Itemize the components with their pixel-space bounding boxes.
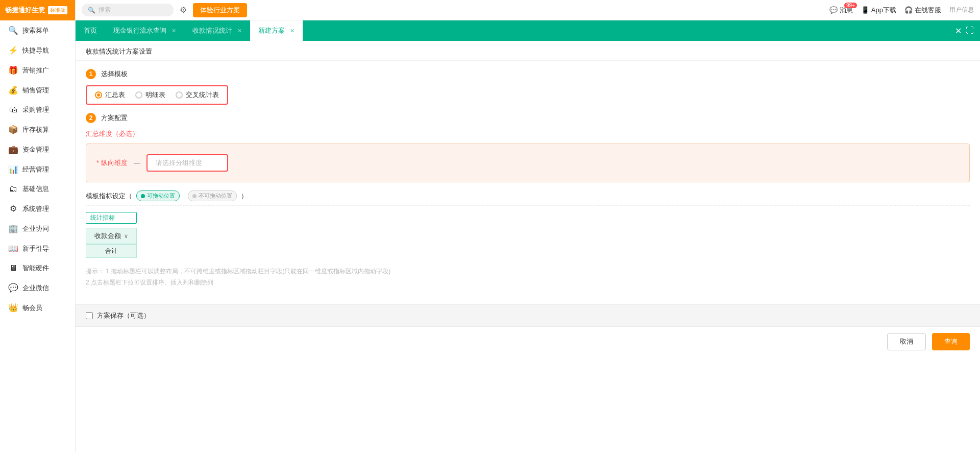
window-maximize-icon[interactable]: ⛶: [966, 26, 974, 35]
app-download[interactable]: 📱 App下载: [861, 6, 896, 15]
search-bar[interactable]: 🔍 搜索: [82, 4, 174, 16]
step2-title: 方案配置: [101, 113, 128, 123]
sidebar-item-operation[interactable]: 📊 经营管理: [0, 159, 75, 179]
separator: [86, 205, 970, 206]
sidebar-item-inventory[interactable]: 📦 库存核算: [0, 120, 75, 139]
sidebar-item-corp[interactable]: 🏢 企业协同: [0, 219, 75, 239]
sidebar-item-label: 销售管理: [22, 86, 49, 95]
notification-count: 99+: [844, 3, 857, 8]
indicator-title-suffix: ）: [241, 192, 248, 201]
draggable-label: 可拖动位置: [147, 192, 175, 200]
sidebar-item-label: 畅会员: [22, 303, 42, 313]
sidebar-item-hardware[interactable]: 🖥 智能硬件: [0, 258, 75, 278]
online-support[interactable]: 🎧 在线客服: [904, 6, 941, 15]
support-icon: 🎧: [904, 6, 913, 14]
step2-header: 2 方案配置: [86, 113, 970, 123]
basics-icon: 🗂: [8, 184, 18, 194]
sidebar-item-system[interactable]: ⚙ 系统管理: [0, 199, 75, 219]
window-close-icon[interactable]: ✕: [955, 26, 962, 36]
radio-detail[interactable]: 明细表: [135, 90, 165, 100]
tab-bank-flow[interactable]: 现金银行流水查询 ✕: [105, 20, 184, 41]
trial-button[interactable]: 体验行业方案: [193, 3, 247, 17]
step2-number: 2: [86, 113, 96, 123]
hint-line1: 提示： 1.拖动标题栏可以调整布局，不可跨维度或指标区域拖动栏目字段(只能在同一…: [86, 266, 970, 277]
notification-bell[interactable]: 💬 消息 99+: [829, 6, 853, 15]
close-icon[interactable]: ✕: [290, 28, 295, 34]
nav-icon: ⚡: [8, 45, 18, 55]
tab-bank-flow-label: 现金银行流水查询: [113, 26, 166, 35]
inventory-icon: 📦: [8, 125, 18, 134]
draggable-dot: [141, 194, 145, 198]
save-checkbox[interactable]: [86, 312, 93, 319]
operation-icon: 📊: [8, 164, 18, 174]
save-section: 方案保存（可选）: [76, 304, 980, 326]
summary-label: 汇总表: [105, 90, 125, 100]
sidebar-item-member[interactable]: 👑 畅会员: [0, 298, 75, 318]
dimension-row: * 纵向维度 — 请选择分组维度: [96, 154, 959, 172]
footer-actions: 取消 查询: [76, 326, 980, 356]
user-info[interactable]: 用户信息: [949, 6, 974, 14]
non-draggable-label: 不可拖动位置: [199, 192, 232, 200]
draggable-badge: 可拖动位置: [136, 191, 180, 201]
non-draggable-dot: [192, 194, 197, 198]
step1-number: 1: [86, 69, 96, 79]
sidebar-item-label: 企业协同: [22, 224, 49, 233]
search-icon: 🔍: [8, 26, 18, 35]
hardware-icon: 🖥: [8, 264, 18, 273]
search-placeholder: 搜索: [99, 6, 111, 14]
sidebar-item-wechat[interactable]: 💬 企业微信: [0, 278, 75, 298]
main-area: 🔍 搜索 ⚙ 体验行业方案 💬 消息 99+ 📱 App下载 🎧 在线客服 用户…: [76, 0, 980, 452]
app-name: 畅捷通好生意: [5, 6, 45, 15]
tab-home[interactable]: 首页: [76, 20, 105, 41]
arrow-icon: —: [134, 159, 140, 167]
sidebar-item-sales[interactable]: 💰 销售管理: [0, 80, 75, 100]
indicator-header: 模板指标设定（ 可拖动位置 不可拖动位置 ）: [86, 191, 970, 201]
sidebar-item-nav[interactable]: ⚡ 快捷导航: [0, 40, 75, 60]
marketing-icon: 🎁: [8, 65, 18, 75]
content-inner: 收款情况统计方案设置 1 选择模板 汇总表: [76, 41, 980, 452]
vertical-dimension-label: * 纵向维度: [96, 158, 128, 168]
sales-icon: 💰: [8, 85, 18, 95]
close-icon[interactable]: ✕: [172, 28, 176, 34]
chevron-down-icon: ∨: [124, 233, 128, 240]
save-label: 方案保存（可选）: [97, 311, 150, 320]
edition-badge: 标准版: [48, 6, 67, 14]
radio-summary[interactable]: 汇总表: [95, 90, 125, 100]
sidebar: 畅捷通好生意 标准版 🔍 搜索菜单 ⚡ 快捷导航 🎁 营销推广 💰 销售管理 🛍…: [0, 0, 76, 452]
sidebar-item-purchase[interactable]: 🛍 采购管理: [0, 100, 75, 120]
top-header: 🔍 搜索 ⚙ 体验行业方案 💬 消息 99+ 📱 App下载 🎧 在线客服 用户…: [76, 0, 980, 20]
cancel-button[interactable]: 取消: [887, 333, 926, 350]
dimension-select[interactable]: 请选择分组维度: [146, 154, 228, 172]
radio-cross[interactable]: 交叉统计表: [176, 90, 219, 100]
tab-bar-actions: ✕ ⛶: [955, 26, 980, 36]
sidebar-item-label: 库存核算: [22, 125, 49, 134]
indicator-tag-label: 收款金额: [94, 231, 121, 241]
hint-line2: 2.点击标题栏下拉可设置排序、插入列和删除列: [86, 277, 970, 289]
sidebar-item-finance[interactable]: 💼 资金管理: [0, 139, 75, 159]
sidebar-item-label: 智能硬件: [22, 264, 49, 273]
radio-dot-cross: [176, 91, 183, 99]
gear-button[interactable]: ⚙: [180, 5, 187, 15]
query-button[interactable]: 查询: [932, 333, 970, 350]
sidebar-item-label: 营销推广: [22, 66, 49, 75]
hint-text: 提示： 1.拖动标题栏可以调整布局，不可跨维度或指标区域拖动栏目字段(只能在同一…: [86, 266, 970, 288]
tab-collection-stats[interactable]: 收款情况统计 ✕: [184, 20, 250, 41]
dimension-area: * 纵向维度 — 请选择分组维度: [86, 144, 970, 182]
support-label: 在线客服: [915, 6, 941, 15]
sidebar-item-label: 资金管理: [22, 145, 49, 154]
sidebar-item-label: 系统管理: [22, 204, 49, 213]
sidebar-item-basics[interactable]: 🗂 基础信息: [0, 179, 75, 199]
sidebar-item-guide[interactable]: 📖 新手引导: [0, 239, 75, 258]
sidebar-item-search[interactable]: 🔍 搜索菜单: [0, 20, 75, 40]
download-icon: 📱: [861, 6, 869, 14]
step1-block: 1 选择模板 汇总表 明细表: [86, 69, 970, 105]
sidebar-item-marketing[interactable]: 🎁 营销推广: [0, 60, 75, 80]
close-icon[interactable]: ✕: [237, 28, 242, 34]
indicator-tag-amount[interactable]: 收款金额 ∨: [86, 228, 137, 244]
sidebar-item-label: 新手引导: [22, 244, 49, 253]
wechat-icon: 💬: [8, 283, 18, 293]
tab-new-plan[interactable]: 新建方案 ✕: [250, 20, 303, 41]
tab-bar: 首页 现金银行流水查询 ✕ 收款情况统计 ✕ 新建方案 ✕ ✕ ⛶: [76, 20, 980, 41]
indicator-title: 模板指标设定（: [86, 192, 132, 201]
indicator-tag-group: 统计指标 收款金额 ∨ 合计: [86, 212, 137, 258]
